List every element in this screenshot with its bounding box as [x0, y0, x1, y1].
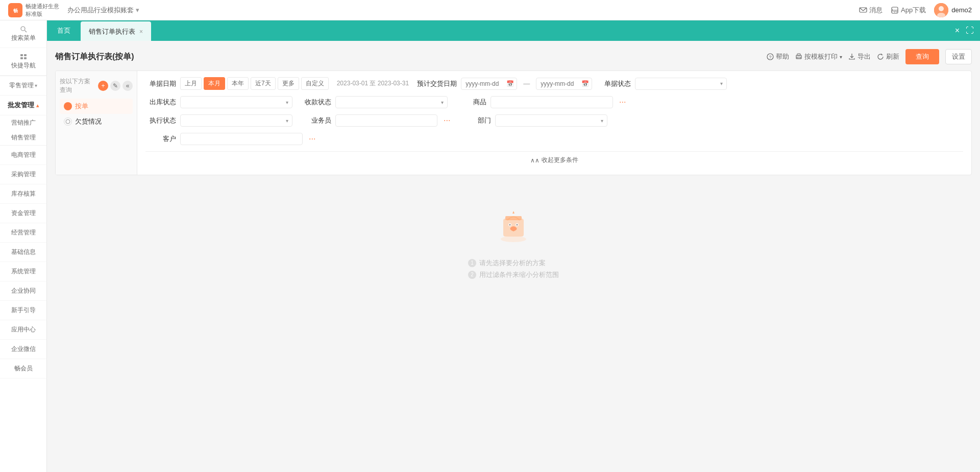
- window-close-button[interactable]: ×: [953, 24, 962, 37]
- collapse-scheme-button[interactable]: «: [122, 81, 133, 91]
- empty-state: 1 请先选择要分析的方案 2 用过滤条件来缩小分析范围: [55, 175, 972, 312]
- export-button[interactable]: 导出: [848, 52, 871, 61]
- sidebar-item-enterprise[interactable]: 企业协同: [0, 281, 46, 301]
- add-scheme-button[interactable]: +: [98, 81, 108, 91]
- print-icon: [795, 53, 802, 60]
- filter-row-4: 客户 ···: [145, 133, 963, 145]
- export-icon: [848, 53, 855, 60]
- tab-sales-execution[interactable]: 销售订单执行表 ×: [81, 21, 151, 42]
- sidebar-item-quicknav[interactable]: 快捷导航: [0, 48, 46, 76]
- top-bar: 畅 畅捷通好生意 标准版 办公用品行业模拟账套 ▾ 消息 App: [0, 0, 980, 20]
- date-btn-thismonth[interactable]: 本月: [204, 77, 225, 90]
- date-btn-custom[interactable]: 自定义: [301, 77, 329, 90]
- dept-select[interactable]: [495, 114, 607, 127]
- delivery-date-start-wrapper: 📅: [461, 78, 517, 90]
- search-icon: [20, 26, 27, 33]
- svg-text:畅: 畅: [13, 8, 18, 13]
- refresh-button[interactable]: 刷新: [877, 52, 899, 61]
- svg-rect-11: [24, 54, 27, 56]
- svg-text:?: ?: [769, 55, 771, 60]
- top-bar-right: 消息 App App下载 demo2: [859, 3, 972, 17]
- edit-scheme-button[interactable]: ✎: [110, 81, 120, 91]
- filter-field-docstatus: 单据状态 ▾: [600, 78, 727, 90]
- product-input[interactable]: [491, 96, 613, 108]
- help-button[interactable]: ? 帮助: [767, 52, 789, 61]
- settings-button[interactable]: 设置: [945, 49, 972, 64]
- main-layout: 搜索菜单 快捷导航 零售管理 ▾ 批发管理 ▴ 营销推广 销售管理: [0, 20, 980, 472]
- docstatus-select-wrapper: ▾: [635, 78, 727, 90]
- filter-side-title: 按以下方案查询 + ✎ «: [60, 77, 133, 95]
- scheme-item-shortage[interactable]: 欠货情况: [60, 114, 133, 129]
- date-btn-7days[interactable]: 近7天: [251, 77, 276, 90]
- message-button[interactable]: 消息: [859, 6, 883, 15]
- sidebar-item-system[interactable]: 系统管理: [0, 262, 46, 281]
- sidebar-item-inventory[interactable]: 库存核算: [0, 184, 46, 204]
- customer-input[interactable]: [180, 133, 303, 145]
- sidebar-item-basic[interactable]: 基础信息: [0, 243, 46, 262]
- filter-row-1: 单据日期 上月 本月 本年 近7天 更多 自定义 2023-03-01 至 20…: [145, 77, 963, 90]
- date-btn-lastmonth[interactable]: 上月: [180, 77, 202, 90]
- filter-main: 单据日期 上月 本月 本年 近7天 更多 自定义 2023-03-01 至 20…: [137, 71, 971, 175]
- product-dots-button[interactable]: ···: [617, 98, 628, 107]
- query-button[interactable]: 查询: [905, 49, 939, 64]
- filter-field-customer: 客户 ···: [145, 133, 317, 145]
- delivery-date-start-input[interactable]: [461, 78, 517, 90]
- app-download-button[interactable]: App App下载: [891, 6, 926, 15]
- sidebar-item-retail[interactable]: 零售管理 ▾: [0, 76, 46, 96]
- tip-num-1: 1: [468, 259, 476, 267]
- filter-field-salesperson: 业务员 ···: [301, 114, 452, 127]
- svg-text:App: App: [892, 9, 898, 13]
- salesperson-dots-button[interactable]: ···: [442, 116, 452, 125]
- scheme-item-order[interactable]: 按单: [60, 99, 133, 114]
- sidebar-sub-sales[interactable]: 销售管理: [0, 130, 46, 145]
- sidebar-item-operations[interactable]: 经营管理: [0, 223, 46, 243]
- filter-row-2: 出库状态 ▾ 收款状态: [145, 96, 963, 108]
- breadcrumb-text: 办公用品行业模拟账套: [67, 6, 134, 15]
- sidebar-item-wechat[interactable]: 企业微信: [0, 340, 46, 359]
- customer-dots-button[interactable]: ···: [307, 134, 317, 144]
- tab-home[interactable]: 首页: [47, 20, 81, 41]
- tab-label: 销售订单执行表: [89, 27, 135, 36]
- sidebar-sub-marketing[interactable]: 营销推广: [0, 115, 46, 130]
- username-label: demo2: [951, 6, 972, 14]
- page-header: 销售订单执行表(按单) ? 帮助: [55, 49, 972, 64]
- sidebar-item-finance[interactable]: 资金管理: [0, 204, 46, 223]
- salesperson-input[interactable]: [335, 114, 437, 127]
- window-expand-button[interactable]: ⛶: [964, 24, 976, 37]
- dept-label: 部门: [460, 116, 491, 125]
- deliverystatus-select[interactable]: [180, 96, 292, 108]
- paymentstatus-select[interactable]: [335, 96, 448, 108]
- scheme-icon-shortage: [64, 117, 72, 126]
- sidebar: 搜索菜单 快捷导航 零售管理 ▾ 批发管理 ▴ 营销推广 销售管理: [0, 20, 47, 472]
- sidebar-item-purchase[interactable]: 采购管理: [0, 165, 46, 184]
- execstatus-select[interactable]: [180, 114, 292, 127]
- user-avatar-area[interactable]: demo2: [934, 3, 972, 17]
- sidebar-item-newbie[interactable]: 新手引导: [0, 301, 46, 320]
- delivery-date-end-input[interactable]: [536, 78, 592, 90]
- logo-icon: 畅: [8, 3, 22, 17]
- svg-rect-13: [24, 57, 27, 59]
- date-btn-more[interactable]: 更多: [278, 77, 299, 90]
- print-button[interactable]: 按模板打印 ▾: [795, 52, 842, 61]
- nav-icon: [20, 53, 27, 60]
- paymentstatus-label: 收款状态: [301, 98, 331, 107]
- salesperson-label: 业务员: [301, 116, 331, 125]
- dept-select-wrapper: ▾: [495, 114, 607, 127]
- tab-bar: 首页 销售订单执行表 × × ⛶: [47, 20, 980, 41]
- sidebar-item-ecommerce[interactable]: 电商管理: [0, 146, 46, 165]
- refresh-icon: [877, 53, 884, 60]
- header-actions: ? 帮助 按模板打印 ▾: [767, 49, 972, 64]
- date-range-text: 2023-03-01 至 2023-03-31: [337, 79, 409, 88]
- date-btn-thisyear[interactable]: 本年: [227, 77, 249, 90]
- sidebar-item-member[interactable]: 畅会员: [0, 359, 46, 379]
- breadcrumb-arrow: ▾: [136, 6, 139, 14]
- empty-illustration: [493, 206, 534, 247]
- sidebar-item-wholesale[interactable]: 批发管理 ▴: [0, 96, 46, 115]
- sidebar-item-search[interactable]: 搜索菜单: [0, 20, 46, 48]
- sidebar-item-appcenter[interactable]: 应用中心: [0, 320, 46, 340]
- download-icon: App: [891, 6, 899, 14]
- docstatus-select[interactable]: [635, 78, 727, 90]
- breadcrumb[interactable]: 办公用品行业模拟账套 ▾: [67, 6, 139, 15]
- tab-close-button[interactable]: ×: [139, 28, 143, 35]
- collapse-more-button[interactable]: ∧∧ 收起更多条件: [145, 151, 963, 169]
